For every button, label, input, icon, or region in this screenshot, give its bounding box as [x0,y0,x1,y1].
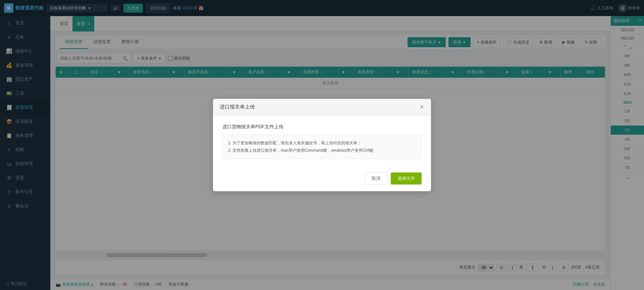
modal-title: 进口报关单上传 [220,104,255,110]
select-file-button[interactable]: 选择文件 [391,172,422,185]
modal-header: 进口报关单上传 ✕ [213,99,431,116]
upload-modal: 进口报关单上传 ✕ 进口货物报关单PDF文件上传 1. 为了更加稀准的数据匹配，… [213,99,431,191]
modal-close-button[interactable]: ✕ [419,103,424,111]
cancel-button[interactable]: 取消 [365,172,387,185]
upload-section-title: 进口货物报关单PDF文件上传 [222,124,422,130]
upload-note-1: 1. 为了更加稀准的数据匹配，请先录入海关缴款书，再上传对应的报关单； [228,140,416,147]
modal-overlay[interactable]: 进口报关单上传 ✕ 进口货物报关单PDF文件上传 1. 为了更加稀准的数据匹配，… [0,0,644,290]
upload-notes: 1. 为了更加稀准的数据匹配，请先录入海关缴款书，再上传对应的报关单； 2. 支… [222,135,422,159]
upload-note-2: 2. 支持批量上传进口报关单，mac用户使用Command键，windows用户… [228,147,416,154]
modal-footer: 取消 选择文件 [213,167,431,191]
modal-body: 进口货物报关单PDF文件上传 1. 为了更加稀准的数据匹配，请先录入海关缴款书，… [213,116,431,167]
